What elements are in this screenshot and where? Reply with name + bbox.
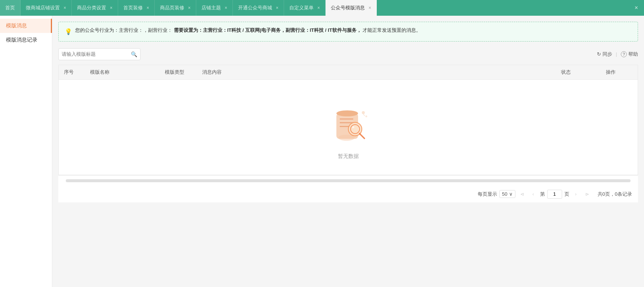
tab-mall-label: 开通公众号商城 bbox=[238, 4, 272, 11]
tab-homepage-close[interactable]: × bbox=[147, 5, 149, 10]
tab-category-close[interactable]: × bbox=[110, 5, 113, 10]
tab-home-label: 首页 bbox=[5, 4, 15, 11]
notice-text: 您的公众号行业为：主营行业：，副营行业： 需要设置为：主营行业：IT科技 / 互… bbox=[75, 27, 421, 34]
tab-template-label: 公众号模版消息 bbox=[331, 4, 365, 11]
tab-theme[interactable]: 店铺主题 × bbox=[196, 0, 233, 16]
col-name: 模版名称 bbox=[85, 65, 160, 79]
page-prefix: 第 bbox=[540, 191, 545, 198]
tab-mall[interactable]: 开通公众号商城 × bbox=[233, 0, 284, 16]
tab-template[interactable]: 公众号模版消息 × bbox=[326, 0, 377, 16]
tab-category-label: 商品分类设置 bbox=[77, 4, 106, 11]
search-bar: 🔍 ↻ 同步 | ? 帮助 bbox=[58, 48, 638, 60]
close-all-button[interactable]: × bbox=[629, 4, 644, 11]
page-unit: 页 bbox=[564, 191, 569, 198]
svg-point-10 bbox=[362, 111, 365, 114]
tab-home[interactable]: 首页 bbox=[0, 0, 21, 16]
pagination: 每页显示 50 ∨ ⊲ ‹ 第 页 › ⊳ 共0页，0条记录 bbox=[58, 186, 638, 202]
col-content: 消息内容 bbox=[197, 65, 556, 79]
help-label: 帮助 bbox=[628, 51, 638, 58]
page-input[interactable] bbox=[547, 190, 562, 199]
tab-productpage-label: 商品页装修 bbox=[160, 4, 184, 11]
tab-custommenu-label: 自定义菜单 bbox=[289, 4, 314, 11]
data-table: 序号 模版名称 模版类型 消息内容 状态 操作 bbox=[58, 65, 638, 175]
col-index: 序号 bbox=[59, 65, 85, 79]
sync-label: 同步 bbox=[603, 51, 612, 58]
sync-button[interactable]: ↻ 同步 bbox=[597, 51, 612, 58]
horizontal-scrollbar[interactable] bbox=[66, 179, 631, 182]
empty-text: 暂无数据 bbox=[338, 153, 359, 160]
notice-prefix: 您的公众号行业为：主营行业：，副营行业： bbox=[75, 27, 172, 33]
svg-point-2 bbox=[336, 110, 358, 116]
tab-productpage[interactable]: 商品页装修 × bbox=[155, 0, 196, 16]
tab-category[interactable]: 商品分类设置 × bbox=[72, 0, 118, 16]
page-size-value: 50 bbox=[502, 191, 507, 197]
col-type: 模版类型 bbox=[160, 65, 197, 79]
tab-template-close[interactable]: × bbox=[369, 5, 371, 10]
top-nav: 首页 微商城店铺设置 × 商品分类设置 × 首页装修 × 商品页装修 × 店铺主… bbox=[0, 0, 644, 16]
notice-highlight: 需要设置为：主营行业：IT科技 / 互联网|电子商务，副营行业：IT科技 / I… bbox=[174, 27, 361, 33]
svg-line-12 bbox=[363, 114, 365, 116]
col-status: 状态 bbox=[556, 65, 601, 79]
svg-point-9 bbox=[352, 126, 354, 128]
search-input[interactable] bbox=[62, 51, 131, 57]
page-size-label: 每页显示 bbox=[478, 191, 497, 198]
svg-point-11 bbox=[365, 115, 367, 117]
tab-weishop[interactable]: 微商城店铺设置 × bbox=[21, 0, 72, 16]
sidebar-template-msg-label: 模版消息 bbox=[6, 22, 27, 28]
sidebar: 模版消息 模版消息记录 bbox=[0, 16, 52, 287]
help-button[interactable]: ? 帮助 bbox=[621, 51, 638, 58]
prev-page-button[interactable]: ‹ bbox=[529, 190, 538, 199]
tab-mall-close[interactable]: × bbox=[276, 5, 278, 10]
tab-weishop-label: 微商城店铺设置 bbox=[26, 4, 60, 11]
empty-state: 暂无数据 bbox=[59, 80, 638, 175]
tab-theme-label: 店铺主题 bbox=[201, 4, 221, 11]
sync-icon: ↻ bbox=[597, 51, 601, 57]
content-area: 💡 您的公众号行业为：主营行业：，副营行业： 需要设置为：主营行业：IT科技 /… bbox=[52, 16, 644, 287]
tab-custommenu-close[interactable]: × bbox=[317, 5, 320, 10]
last-page-button[interactable]: ⊳ bbox=[583, 190, 592, 199]
next-page-button[interactable]: › bbox=[571, 190, 580, 199]
notice-suffix: 才能正常发送预置的消息。 bbox=[363, 27, 421, 33]
tab-weishop-close[interactable]: × bbox=[64, 5, 66, 10]
scrollbar-area[interactable] bbox=[58, 175, 638, 186]
total-info: 共0页，0条记录 bbox=[598, 191, 632, 198]
tab-homepage[interactable]: 首页装修 × bbox=[118, 0, 155, 16]
close-all-icon: × bbox=[635, 4, 638, 11]
tab-custommenu[interactable]: 自定义菜单 × bbox=[284, 0, 326, 16]
notice-icon: 💡 bbox=[65, 27, 72, 37]
tab-homepage-label: 首页装修 bbox=[123, 4, 143, 11]
table-header-row: 序号 模版名称 模版类型 消息内容 状态 操作 bbox=[59, 65, 638, 79]
search-input-wrap[interactable]: 🔍 bbox=[58, 48, 141, 60]
svg-line-8 bbox=[360, 134, 364, 138]
tab-theme-close[interactable]: × bbox=[225, 5, 227, 10]
search-actions: ↻ 同步 | ? 帮助 bbox=[597, 51, 638, 58]
sidebar-template-record-label: 模版消息记录 bbox=[6, 37, 37, 43]
action-divider: | bbox=[616, 51, 617, 57]
page-size-dropdown-icon: ∨ bbox=[509, 191, 513, 197]
sidebar-item-template-msg[interactable]: 模版消息 bbox=[0, 19, 52, 33]
col-action: 操作 bbox=[601, 65, 638, 79]
sidebar-item-template-record[interactable]: 模版消息记录 bbox=[0, 33, 52, 47]
search-icon[interactable]: 🔍 bbox=[131, 51, 137, 57]
page-size-select[interactable]: 50 ∨ bbox=[499, 190, 515, 198]
empty-illustration bbox=[326, 102, 371, 147]
notice-box: 💡 您的公众号行业为：主营行业：，副营行业： 需要设置为：主营行业：IT科技 /… bbox=[58, 22, 638, 42]
first-page-button[interactable]: ⊲ bbox=[518, 190, 527, 199]
main-layout: 模版消息 模版消息记录 💡 您的公众号行业为：主营行业：，副营行业： 需要设置为… bbox=[0, 16, 644, 287]
tab-productpage-close[interactable]: × bbox=[188, 5, 191, 10]
help-icon: ? bbox=[621, 51, 627, 57]
